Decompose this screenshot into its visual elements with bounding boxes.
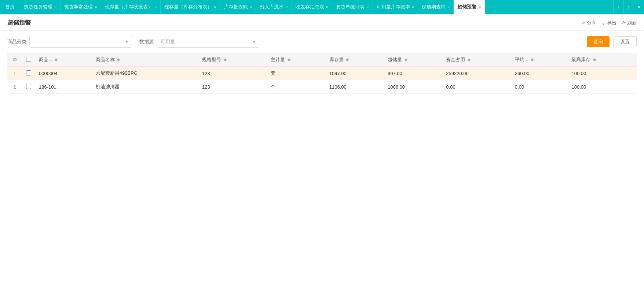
page-header: 超储预警 ➚ 分享 ⇓ 导出 ⟳ 刷新 bbox=[0, 14, 644, 31]
category-filter-group: 商品分类 ▾ bbox=[7, 36, 132, 48]
header-actions: ➚ 分享 ⇓ 导出 ⟳ 刷新 bbox=[581, 20, 637, 26]
nav-tab-baozhi[interactable]: 保质期查询 × bbox=[418, 0, 454, 14]
row-num: 1 bbox=[7, 67, 22, 80]
close-tab-9[interactable]: × bbox=[447, 5, 450, 9]
cell-stock: 1097.00 bbox=[326, 67, 384, 80]
nav-tab-shoufacun[interactable]: 收发存汇总表 × bbox=[292, 0, 332, 14]
cell-avg: 260.00 bbox=[511, 67, 568, 80]
nav-arrow-group: ‹ › × bbox=[613, 0, 644, 14]
cell-product-name: 机油滤清器 bbox=[92, 80, 198, 94]
data-table: ⚙ 商品... 商品名称 规格型号 bbox=[7, 53, 637, 94]
nav-tab-churu-liushui[interactable]: 出入库流水 × bbox=[256, 0, 292, 14]
chevron-down-icon: ▾ bbox=[126, 40, 128, 44]
th-overstock[interactable]: 超储量 bbox=[384, 53, 442, 67]
page-container: 超储预警 ➚ 分享 ⇓ 导出 ⟳ 刷新 商品分类 ▾ 数据源 bbox=[0, 14, 644, 293]
cell-unit: 套 bbox=[267, 67, 325, 80]
close-tab-4[interactable]: × bbox=[250, 5, 252, 9]
nav-tab-xiancunliang-kuang[interactable]: 现存量（库存状况表） × bbox=[101, 0, 161, 14]
nav-home[interactable]: 首页 bbox=[0, 0, 20, 14]
cell-capital: 0.00 bbox=[442, 80, 511, 94]
query-button[interactable]: 查询 bbox=[587, 36, 610, 47]
sort-icon-avg[interactable] bbox=[531, 58, 534, 62]
th-checkbox bbox=[22, 53, 35, 67]
th-stock[interactable]: 库存量 bbox=[326, 53, 384, 67]
cell-product-code: 186-10... bbox=[35, 80, 92, 94]
th-product-code[interactable]: 商品... bbox=[35, 53, 92, 67]
cell-spec: 123 bbox=[198, 80, 267, 94]
nav-tab-chaochuyujing[interactable]: 超储预警 × bbox=[454, 0, 484, 14]
datasource-filter-group: 数据源 可用量 ▾ bbox=[139, 36, 259, 48]
sort-icon-overstock[interactable] bbox=[405, 58, 407, 62]
row-checkbox[interactable] bbox=[26, 70, 31, 75]
table-header-row: ⚙ 商品... 商品名称 规格型号 bbox=[7, 53, 637, 67]
sort-icon-max[interactable] bbox=[593, 58, 596, 62]
datasource-select-value: 可用量 bbox=[161, 38, 175, 45]
refresh-button[interactable]: ⟳ 刷新 bbox=[622, 20, 637, 26]
nav-tab-yaohuo[interactable]: 要货单统计表 × bbox=[332, 0, 373, 14]
select-all-checkbox[interactable] bbox=[26, 57, 31, 62]
sort-icon-unit[interactable] bbox=[288, 58, 290, 62]
cell-product-code: 0000004 bbox=[35, 67, 92, 80]
th-spec[interactable]: 规格型号 bbox=[198, 53, 267, 67]
row-checkbox-cell bbox=[22, 67, 35, 80]
export-icon: ⇓ bbox=[601, 20, 605, 26]
cell-capital: 259220.00 bbox=[442, 67, 511, 80]
nav-close-arrow[interactable]: × bbox=[634, 0, 644, 14]
table-row: 1 0000004 六配套新昌490BPG 123 套 1097.00 997.… bbox=[7, 67, 637, 80]
nav-tab-jianhuo-yichang[interactable]: 拣货异常处理 × bbox=[61, 0, 101, 14]
close-tab-8[interactable]: × bbox=[412, 5, 414, 9]
close-tab-5[interactable]: × bbox=[285, 5, 288, 9]
table-row: 2 186-10... 机油滤清器 123 个 1106.00 1006.00 … bbox=[7, 80, 637, 94]
cell-spec: 123 bbox=[198, 67, 267, 80]
cell-stock: 1106.00 bbox=[326, 80, 384, 94]
nav-tab-xiancunliang-fen[interactable]: 现存量（库存分布表） × bbox=[161, 0, 220, 14]
chevron-down-icon-2: ▾ bbox=[253, 40, 255, 44]
sort-icon-stock[interactable] bbox=[346, 58, 349, 62]
th-capital[interactable]: 资金占用 bbox=[442, 53, 511, 67]
sort-icon-code[interactable] bbox=[55, 58, 58, 62]
row-checkbox[interactable] bbox=[26, 84, 31, 89]
nav-tab-keyongliang[interactable]: 可用量库存账本 × bbox=[373, 0, 418, 14]
settings-button[interactable]: 设置 bbox=[613, 36, 637, 47]
th-unit[interactable]: 主计量 bbox=[267, 53, 325, 67]
nav-next-arrow[interactable]: › bbox=[623, 0, 634, 14]
table-container: ⚙ 商品... 商品名称 规格型号 bbox=[0, 53, 644, 94]
sort-icon-capital[interactable] bbox=[468, 58, 471, 62]
nav-tab-kucun-pici[interactable]: 库存批次账 × bbox=[220, 0, 256, 14]
th-avg[interactable]: 平均... bbox=[511, 53, 568, 67]
close-tab-3[interactable]: × bbox=[214, 5, 216, 9]
cell-avg: 0.00 bbox=[511, 80, 568, 94]
cell-max-stock: 100.00 bbox=[568, 80, 637, 94]
cell-max-stock: 100.00 bbox=[568, 67, 637, 80]
nav-tab-jianhuo-renwu[interactable]: 拣货任务管理 × bbox=[20, 0, 61, 14]
close-tab-6[interactable]: × bbox=[326, 5, 328, 9]
gear-icon[interactable]: ⚙ bbox=[12, 56, 17, 63]
share-icon: ➚ bbox=[581, 20, 585, 26]
refresh-icon: ⟳ bbox=[622, 20, 626, 26]
row-checkbox-cell bbox=[22, 80, 35, 94]
datasource-select[interactable]: 可用量 ▾ bbox=[157, 36, 259, 48]
sort-icon-spec[interactable] bbox=[224, 58, 227, 62]
datasource-label: 数据源 bbox=[139, 38, 154, 45]
close-tab-10[interactable]: × bbox=[478, 5, 480, 9]
filter-area: 商品分类 ▾ 数据源 可用量 ▾ 查询 设置 bbox=[0, 31, 644, 53]
export-button[interactable]: ⇓ 导出 bbox=[601, 20, 616, 26]
th-product-name[interactable]: 商品名称 bbox=[92, 53, 198, 67]
nav-prev-arrow[interactable]: ‹ bbox=[613, 0, 623, 14]
th-gear[interactable]: ⚙ bbox=[7, 53, 22, 67]
category-select[interactable]: ▾ bbox=[29, 36, 132, 48]
close-tab-1[interactable]: × bbox=[95, 5, 97, 9]
category-label: 商品分类 bbox=[7, 38, 26, 45]
cell-unit: 个 bbox=[267, 80, 325, 94]
close-tab-0[interactable]: × bbox=[54, 5, 56, 9]
top-navigation: 首页 拣货任务管理 × 拣货异常处理 × 现存量（库存状况表） × 现存量（库存… bbox=[0, 0, 644, 14]
th-max-stock[interactable]: 最高库存 bbox=[568, 53, 637, 67]
filter-actions: 查询 设置 bbox=[587, 36, 637, 47]
close-tab-2[interactable]: × bbox=[154, 5, 157, 9]
close-tab-7[interactable]: × bbox=[366, 5, 369, 9]
cell-overstock: 1006.00 bbox=[384, 80, 442, 94]
share-button[interactable]: ➚ 分享 bbox=[581, 20, 596, 26]
cell-overstock: 997.00 bbox=[384, 67, 442, 80]
sort-icon-name[interactable] bbox=[117, 58, 120, 62]
cell-product-name: 六配套新昌490BPG bbox=[92, 67, 198, 80]
